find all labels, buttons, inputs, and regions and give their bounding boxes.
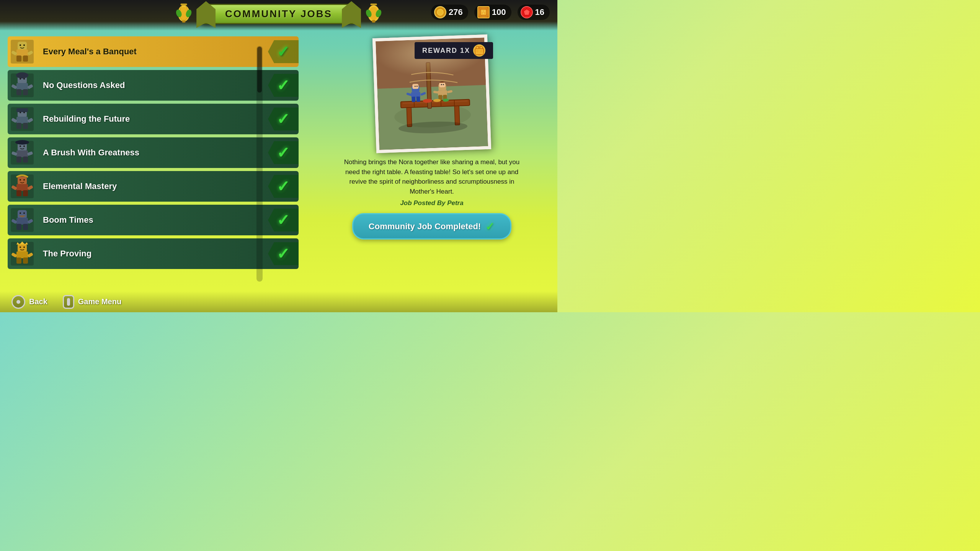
svg-point-1 bbox=[438, 10, 443, 15]
job-item-7[interactable]: The Proving ✓ bbox=[8, 238, 299, 269]
svg-rect-21 bbox=[18, 42, 27, 50]
gem-icon bbox=[477, 6, 490, 18]
job-item-1[interactable]: Every Meal's a Banquet ✓ bbox=[8, 36, 299, 67]
completed-button[interactable]: Community Job Completed! ✓ bbox=[352, 213, 511, 240]
reward-label: REWARD 1X bbox=[415, 42, 493, 59]
svg-rect-44 bbox=[16, 108, 28, 112]
svg-point-89 bbox=[480, 46, 483, 49]
title-banner: COMMUNITY JOBS bbox=[201, 4, 356, 24]
job-avatar-3 bbox=[8, 104, 37, 134]
svg-rect-42 bbox=[16, 123, 21, 129]
game-menu-button-icon[interactable] bbox=[63, 295, 74, 309]
svg-point-5 bbox=[483, 13, 484, 14]
back-label: Back bbox=[29, 297, 47, 306]
svg-point-34 bbox=[16, 72, 28, 78]
circle-button-inner bbox=[16, 300, 20, 304]
checkmark-1: ✓ bbox=[268, 43, 299, 60]
svg-rect-51 bbox=[16, 150, 28, 157]
svg-line-100 bbox=[441, 100, 441, 106]
svg-rect-31 bbox=[16, 83, 28, 90]
ruby-icon bbox=[521, 6, 533, 18]
job-item-2[interactable]: No Questions Asked ✓ bbox=[8, 70, 299, 101]
job-name-5: Elemental Mastery bbox=[37, 181, 268, 191]
svg-point-74 bbox=[23, 212, 25, 214]
svg-point-54 bbox=[15, 140, 29, 145]
reward-text: REWARD 1X bbox=[422, 47, 470, 55]
reward-section: REWARD 1X bbox=[374, 36, 489, 151]
ruby-value: 16 bbox=[535, 7, 544, 17]
bottom-nav: Back Game Menu bbox=[0, 291, 557, 312]
job-item-5[interactable]: Elemental Mastery ✓ bbox=[8, 171, 299, 202]
coins-display: 276 bbox=[431, 5, 468, 20]
checkmark-2: ✓ bbox=[268, 77, 299, 94]
job-avatar-5 bbox=[8, 171, 37, 202]
svg-point-46 bbox=[23, 112, 25, 113]
svg-point-65 bbox=[23, 179, 25, 181]
svg-point-82 bbox=[20, 246, 21, 248]
game-menu-nav[interactable]: Game Menu bbox=[63, 295, 121, 309]
svg-rect-79 bbox=[16, 251, 28, 258]
job-avatar-2 bbox=[8, 70, 37, 101]
svg-point-64 bbox=[20, 179, 21, 181]
svg-rect-17 bbox=[372, 20, 376, 23]
job-name-7: The Proving bbox=[37, 249, 268, 259]
svg-rect-110 bbox=[412, 96, 415, 102]
svg-rect-23 bbox=[16, 55, 21, 62]
svg-rect-63 bbox=[23, 190, 28, 196]
posted-by: Job Posted By Petra bbox=[344, 199, 520, 207]
job-avatar-4 bbox=[8, 137, 37, 168]
svg-rect-90 bbox=[476, 50, 479, 52]
gem-value: 100 bbox=[492, 7, 506, 17]
scroll-thumb[interactable] bbox=[257, 47, 262, 93]
lantern-left-icon bbox=[174, 2, 193, 25]
svg-point-4 bbox=[484, 10, 485, 12]
job-name-2: No Questions Asked bbox=[37, 80, 268, 90]
back-nav[interactable]: Back bbox=[11, 295, 47, 309]
svg-line-101 bbox=[454, 100, 455, 106]
svg-point-3 bbox=[482, 10, 483, 12]
job-name-6: Boom Times bbox=[37, 215, 268, 225]
svg-rect-80 bbox=[16, 258, 21, 264]
job-item-6[interactable]: Boom Times ✓ bbox=[8, 205, 299, 235]
description-text: Nothing brings the Nora together like sh… bbox=[344, 157, 520, 196]
lego-piece-icon bbox=[473, 44, 485, 57]
completed-checkmark-icon: ✓ bbox=[485, 220, 495, 233]
coin-value: 276 bbox=[449, 7, 463, 17]
svg-rect-62 bbox=[16, 190, 21, 196]
rubies-display: 16 bbox=[518, 5, 550, 20]
svg-rect-81 bbox=[23, 258, 28, 264]
banner-container: COMMUNITY JOBS bbox=[201, 4, 356, 24]
svg-rect-78 bbox=[18, 244, 27, 252]
svg-point-45 bbox=[20, 112, 21, 113]
job-description: Nothing brings the Nora together like sh… bbox=[344, 157, 520, 207]
scrollbar[interactable] bbox=[256, 46, 263, 282]
checkmark-6: ✓ bbox=[268, 211, 299, 229]
svg-rect-72 bbox=[23, 224, 28, 230]
svg-point-26 bbox=[23, 44, 25, 46]
svg-point-35 bbox=[20, 78, 21, 80]
checkmark-4: ✓ bbox=[268, 144, 299, 161]
svg-rect-24 bbox=[23, 55, 28, 62]
back-button-icon[interactable] bbox=[11, 295, 25, 309]
page-title: COMMUNITY JOBS bbox=[225, 8, 332, 20]
svg-rect-60 bbox=[18, 176, 27, 185]
svg-rect-111 bbox=[416, 96, 420, 102]
svg-point-56 bbox=[23, 145, 25, 147]
svg-point-55 bbox=[20, 145, 21, 147]
svg-rect-61 bbox=[16, 184, 28, 191]
svg-point-25 bbox=[20, 44, 21, 46]
job-item-4[interactable]: A Brush With Greatness ✓ bbox=[8, 137, 299, 168]
job-item-3[interactable]: Rebuilding the Future ✓ bbox=[8, 104, 299, 134]
svg-point-83 bbox=[23, 246, 25, 248]
checkmark-3: ✓ bbox=[268, 110, 299, 128]
svg-rect-53 bbox=[23, 156, 28, 163]
svg-rect-14 bbox=[370, 3, 377, 5]
svg-rect-41 bbox=[16, 117, 28, 124]
svg-point-88 bbox=[476, 46, 479, 49]
gems-display: 100 bbox=[474, 5, 511, 20]
job-name-3: Rebuilding the Future bbox=[37, 114, 268, 124]
job-avatar-6 bbox=[8, 205, 37, 235]
checkmark-5: ✓ bbox=[268, 178, 299, 195]
svg-rect-52 bbox=[16, 156, 21, 163]
completed-button-text: Community Job Completed! bbox=[369, 222, 481, 231]
